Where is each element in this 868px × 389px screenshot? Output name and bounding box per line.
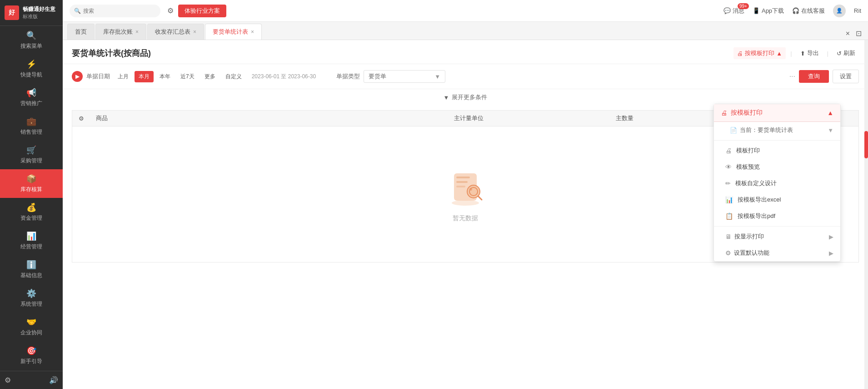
print-template-dropdown: 🖨 按模板打印 ▲ 📄 当前：要货单统计表 ▼ 🖨 模板打印 — [713, 104, 841, 262]
sidebar-item-inventory[interactable]: 📦 库存核算 — [0, 169, 63, 198]
scrollbar-thumb[interactable] — [864, 131, 868, 158]
sidebar-item-sales[interactable]: 💼 销售管理 — [0, 112, 63, 141]
date-this-month-btn[interactable]: 本月 — [135, 71, 154, 82]
sidebar-item-collab[interactable]: 🤝 企业协同 — [0, 313, 63, 341]
tab-close-icon[interactable]: × — [135, 29, 139, 35]
marketing-icon: 📢 — [26, 88, 36, 98]
sidebar-item-label: 经营管理 — [20, 243, 42, 251]
refresh-btn[interactable]: ↺ 刷新 — [833, 47, 859, 59]
date-last-7-days-btn[interactable]: 近7天 — [176, 71, 199, 82]
sidebar-item-label: 企业协同 — [20, 329, 42, 337]
filter-collapse-btn[interactable]: ▶ — [72, 71, 83, 82]
dropdown-item-label: 按模板导出excel — [738, 196, 781, 204]
search-input[interactable] — [83, 8, 147, 14]
search-box[interactable]: 🔍 — [70, 5, 160, 17]
print2-icon: 🖨 — [725, 147, 732, 154]
sidebar-item-business[interactable]: 📊 经营管理 — [0, 227, 63, 255]
sidebar-item-label: 快捷导航 — [20, 71, 42, 79]
search-icon: 🔍 — [26, 30, 36, 40]
sidebar-item-basic[interactable]: ℹ️ 基础信息 — [0, 255, 63, 284]
dropdown-header[interactable]: 🖨 按模板打印 ▲ — [714, 104, 840, 122]
app-download-btn[interactable]: 📱 App下载 — [753, 7, 784, 15]
more-options-icon[interactable]: ··· — [789, 72, 795, 81]
svg-line-7 — [478, 196, 482, 200]
col-product: 商品 — [90, 114, 391, 122]
content-actions: 🖨 按模板打印 ▲ | ⬆ 导出 | ↺ 刷新 — [733, 47, 859, 59]
chevron-right-icon: ▶ — [829, 233, 833, 240]
svg-point-0 — [452, 200, 479, 206]
window-resize-btn[interactable]: ⊡ — [854, 27, 863, 40]
sidebar-nav: 🔍 搜索菜单 ⚡ 快捷导航 📢 营销推广 💼 销售管理 🛒 采购管理 📦 库存核… — [0, 26, 63, 371]
export-btn[interactable]: ⬆ 导出 — [797, 47, 823, 59]
export-icon: ⬆ — [800, 50, 805, 57]
window-close-btn[interactable]: × — [844, 28, 852, 40]
col-settings[interactable]: ⚙ — [72, 115, 90, 122]
sidebar-item-guide[interactable]: 🎯 新手引导 — [0, 341, 63, 370]
column-settings-icon[interactable]: ⚙ — [79, 115, 84, 122]
expand-more-btn[interactable]: ▼ 展开更多条件 — [434, 91, 497, 104]
sidebar-settings-icon[interactable]: ⚙ — [5, 376, 11, 384]
query-btn[interactable]: 查询 — [799, 70, 829, 83]
sidebar-item-search[interactable]: 🔍 搜索菜单 — [0, 26, 63, 55]
tab-close-icon[interactable]: × — [251, 29, 254, 35]
tab-close-icon[interactable]: × — [193, 29, 196, 35]
excel-icon: 📊 — [725, 196, 733, 203]
sidebar-item-quick-nav[interactable]: ⚡ 快捷导航 — [0, 55, 63, 83]
dropdown-template-print[interactable]: 🖨 模板打印 — [714, 142, 840, 159]
sidebar-audio-icon[interactable]: 🔊 — [49, 376, 58, 384]
eye-icon: 👁 — [725, 163, 732, 171]
tab-order-stats[interactable]: 要货单统计表 × — [205, 24, 262, 40]
tab-receive-summary[interactable]: 收发存汇总表 × — [147, 24, 204, 40]
app-download-label: App下载 — [762, 7, 784, 15]
system-icon: ⚙️ — [26, 288, 36, 298]
print-template-btn[interactable]: 🖨 按模板打印 ▲ — [733, 47, 786, 59]
sidebar-item-label: 采购管理 — [20, 157, 42, 165]
search-icon: 🔍 — [74, 8, 81, 14]
filter-bar: ▶ 单据日期 上月 本月 本年 近7天 更多 自定义 2023-06-01 至 … — [63, 64, 868, 89]
settings-btn[interactable]: 设置 — [833, 70, 859, 83]
dropdown-collapse-icon[interactable]: ▲ — [827, 109, 833, 116]
dropdown-current-template[interactable]: 📄 当前：要货单统计表 ▼ — [714, 122, 840, 138]
sidebar-item-finance[interactable]: 💰 资金管理 — [0, 198, 63, 227]
dropdown-export-pdf[interactable]: 📋 按模板导出pdf — [714, 208, 840, 224]
sidebar-item-system[interactable]: ⚙️ 系统管理 — [0, 284, 63, 313]
dropdown-title: 按模板打印 — [731, 109, 763, 117]
type-filter-label: 单据类型 — [336, 72, 360, 81]
printer-icon: 🖨 — [721, 109, 727, 116]
filter-row-actions: ··· 查询 设置 — [789, 70, 859, 83]
type-filter-select[interactable]: 要货单 ▼ — [364, 70, 445, 83]
arrow-right-icon: ▶ — [75, 73, 80, 80]
sidebar-item-purchase[interactable]: 🛒 采购管理 — [0, 141, 63, 169]
dropdown-export-excel[interactable]: 📊 按模板导出excel — [714, 192, 840, 208]
app-sub: 标准版 — [23, 13, 55, 20]
online-support-btn[interactable]: 🎧 在线客服 — [792, 7, 825, 15]
date-this-year-btn[interactable]: 本年 — [155, 71, 175, 82]
dropdown-current-right: 📄 当前：要货单统计表 — [730, 126, 823, 134]
tab-batch-account[interactable]: 库存批次账 × — [95, 24, 146, 40]
message-btn[interactable]: 💬 消息 99+ — [723, 7, 744, 15]
dropdown-template-preview[interactable]: 👁 模板预览 — [714, 159, 840, 175]
date-custom-btn[interactable]: 自定义 — [221, 71, 246, 82]
user-avatar[interactable]: 👤 — [833, 5, 846, 17]
sidebar: 好 畅赚通好生意 标准版 🔍 搜索菜单 ⚡ 快捷导航 📢 营销推广 💼 销售管理… — [0, 0, 63, 389]
topbar-gear-icon[interactable]: ⚙ — [167, 6, 174, 15]
dropdown-separator-2 — [714, 226, 840, 227]
sidebar-item-marketing[interactable]: 📢 营销推广 — [0, 83, 63, 112]
date-more-btn[interactable]: 更多 — [200, 71, 219, 82]
pdf-icon: 📋 — [725, 212, 733, 220]
dropdown-default-func[interactable]: ⚙ 设置默认功能 ▶ — [714, 245, 840, 261]
gear2-icon: ⚙ — [725, 249, 731, 257]
sidebar-item-label: 搜索菜单 — [20, 42, 42, 50]
dropdown-item-label: 按模板导出pdf — [738, 212, 775, 220]
dropdown-display-print[interactable]: 🖥 按显示打印 ▶ — [714, 228, 840, 245]
svg-rect-3 — [456, 181, 468, 183]
empty-text: 暂无数据 — [453, 214, 478, 222]
export-label: 导出 — [807, 49, 819, 57]
app-logo-icon: 好 — [5, 5, 19, 20]
date-filter-label: 单据日期 — [86, 72, 110, 81]
highlight-btn[interactable]: 体验行业方案 — [178, 5, 226, 17]
tab-home[interactable]: 首页 — [67, 24, 95, 40]
date-prev-month-btn[interactable]: 上月 — [114, 71, 133, 82]
date-buttons: 上月 本月 本年 近7天 更多 自定义 — [114, 71, 246, 82]
dropdown-template-custom[interactable]: ✏ 模板自定义设计 — [714, 175, 840, 192]
